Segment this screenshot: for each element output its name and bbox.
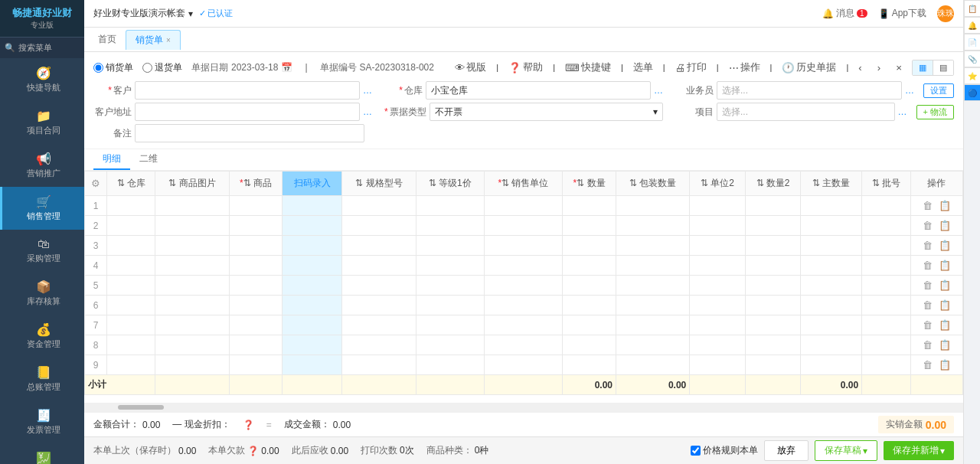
table-cell[interactable] xyxy=(745,216,801,236)
copy-row-btn[interactable]: 📋 xyxy=(937,299,952,311)
right-panel-btn-5[interactable]: ⭐ xyxy=(964,67,980,84)
customer-addon[interactable]: … xyxy=(363,85,372,96)
table-cell[interactable] xyxy=(690,196,746,216)
table-cell[interactable] xyxy=(155,355,229,375)
table-cell[interactable] xyxy=(616,335,690,355)
sidebar-search-item[interactable]: 🔍 搜索菜单 xyxy=(0,38,84,58)
warehouse-input[interactable]: 小宝仓库 xyxy=(426,81,651,100)
table-cell[interactable] xyxy=(416,196,484,216)
setup-button[interactable]: 设置 xyxy=(923,83,954,98)
price-check-checkbox[interactable] xyxy=(691,446,701,456)
table-cell[interactable] xyxy=(416,276,484,296)
table-cell[interactable] xyxy=(283,256,342,276)
history-btn[interactable]: 🕐 历史单据 xyxy=(776,58,841,77)
table-cell[interactable] xyxy=(155,335,229,355)
table-cell[interactable] xyxy=(416,256,484,276)
delete-row-btn[interactable]: 🗑 xyxy=(921,339,934,351)
table-cell[interactable] xyxy=(690,315,746,335)
debt-help-icon[interactable]: ❓ xyxy=(247,446,259,456)
table-cell[interactable] xyxy=(342,355,416,375)
dropdown-icon[interactable]: ▾ xyxy=(940,446,945,456)
app-download-button[interactable]: 📱 App下载 xyxy=(878,7,926,20)
add-logistics-button[interactable]: + 物流 xyxy=(916,105,954,119)
user-avatar[interactable]: 珠珠 xyxy=(937,5,954,22)
table-cell[interactable] xyxy=(107,355,155,375)
table-cell[interactable] xyxy=(690,335,746,355)
table-cell[interactable] xyxy=(484,335,563,355)
table-cell[interactable] xyxy=(416,355,484,375)
tab-2d[interactable]: 二维 xyxy=(130,149,167,170)
table-cell[interactable] xyxy=(229,276,283,296)
table-cell[interactable] xyxy=(745,335,801,355)
table-cell[interactable] xyxy=(616,296,690,315)
address-input[interactable] xyxy=(135,103,360,121)
abandon-button[interactable]: 放弃 xyxy=(764,440,808,461)
table-cell[interactable] xyxy=(616,256,690,276)
table-cell[interactable] xyxy=(416,315,484,335)
delete-row-btn[interactable]: 🗑 xyxy=(921,359,934,371)
table-cell[interactable] xyxy=(745,315,801,335)
project-input[interactable]: 选择... xyxy=(717,103,895,121)
table-cell[interactable] xyxy=(616,216,690,236)
delete-row-btn[interactable]: 🗑 xyxy=(921,299,934,311)
sidebar-item-projects[interactable]: 📁 项目合同 xyxy=(0,101,84,144)
table-cell[interactable] xyxy=(745,276,801,296)
discount-help-icon[interactable]: ❓ xyxy=(243,420,254,430)
table-cell[interactable] xyxy=(107,236,155,256)
copy-row-btn[interactable]: 📋 xyxy=(937,200,952,211)
table-cell[interactable] xyxy=(342,296,416,315)
delete-row-btn[interactable]: 🗑 xyxy=(921,240,934,251)
calendar-icon[interactable]: 📅 xyxy=(281,62,292,73)
table-cell[interactable] xyxy=(801,196,862,216)
print-btn[interactable]: 🖨 打印 xyxy=(670,58,712,77)
right-panel-btn-4[interactable]: 📎 xyxy=(964,51,980,67)
table-cell[interactable] xyxy=(801,355,862,375)
table-cell[interactable] xyxy=(862,276,910,296)
table-cell[interactable] xyxy=(563,236,616,256)
table-cell[interactable] xyxy=(563,355,616,375)
table-cell[interactable] xyxy=(616,236,690,256)
table-cell[interactable] xyxy=(690,236,746,256)
table-cell[interactable] xyxy=(342,196,416,216)
radio-return-order[interactable]: 退货单 xyxy=(142,61,182,74)
col-scan-input[interactable]: 扫码录入 xyxy=(283,172,342,196)
table-cell[interactable] xyxy=(155,315,229,335)
tab-sales-order[interactable]: 销货单 × xyxy=(126,30,181,50)
table-cell[interactable] xyxy=(283,335,342,355)
table-cell[interactable] xyxy=(484,355,563,375)
table-cell[interactable] xyxy=(801,236,862,256)
table-cell[interactable] xyxy=(862,256,910,276)
table-cell[interactable] xyxy=(690,296,746,315)
table-cell[interactable] xyxy=(690,276,746,296)
copy-row-btn[interactable]: 📋 xyxy=(937,359,952,371)
table-cell[interactable] xyxy=(801,296,862,315)
delete-row-btn[interactable]: 🗑 xyxy=(921,260,934,271)
delete-row-btn[interactable]: 🗑 xyxy=(921,200,934,211)
salesperson-addon[interactable]: … xyxy=(905,85,914,96)
table-cell[interactable] xyxy=(107,256,155,276)
table-cell[interactable] xyxy=(563,335,616,355)
table-cell[interactable] xyxy=(862,216,910,236)
project-addon[interactable]: … xyxy=(898,106,907,117)
shortcut-btn[interactable]: ⌨ 快捷键 xyxy=(560,58,616,77)
tab-close-icon[interactable]: × xyxy=(166,36,171,44)
view-btn[interactable]: 👁 视版 xyxy=(449,58,492,77)
table-cell[interactable] xyxy=(416,296,484,315)
scroll-thumb[interactable] xyxy=(118,405,164,410)
table-cell[interactable] xyxy=(801,315,862,335)
table-cell[interactable] xyxy=(563,276,616,296)
table-cell[interactable] xyxy=(484,236,563,256)
table-cell[interactable] xyxy=(563,315,616,335)
table-cell[interactable] xyxy=(283,355,342,375)
sidebar-item-sales[interactable]: 🛒 销售管理 xyxy=(0,187,84,230)
table-cell[interactable] xyxy=(229,315,283,335)
sidebar-item-marketing[interactable]: 📢 营销推广 xyxy=(0,144,84,187)
table-cell[interactable] xyxy=(155,196,229,216)
table-cell[interactable] xyxy=(229,196,283,216)
copy-row-btn[interactable]: 📋 xyxy=(937,220,952,231)
table-cell[interactable] xyxy=(862,236,910,256)
operate-btn[interactable]: ⋯ 操作 xyxy=(724,58,766,77)
address-addon[interactable]: … xyxy=(363,106,372,117)
table-cell[interactable] xyxy=(862,296,910,315)
invoice-select[interactable]: 不开票 ▾ xyxy=(430,103,663,121)
